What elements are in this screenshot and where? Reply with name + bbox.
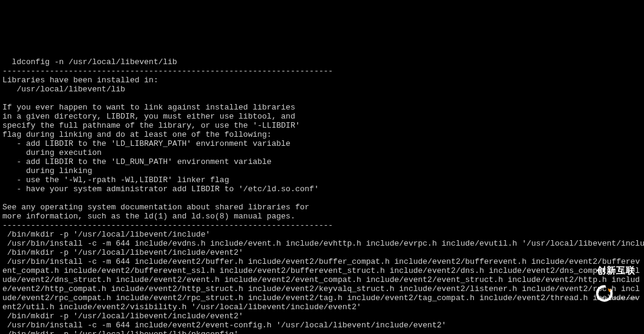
- output-line: ldconfig -n /usr/local/libevent/lib: [2, 57, 177, 67]
- terminal-output: ldconfig -n /usr/local/libevent/lib ----…: [2, 57, 642, 334]
- watermark: 创新互联 www.cdcxhl.com: [577, 247, 637, 321]
- output-line: - add LIBDIR to the 'LD_LIBRARY_PATH' en…: [2, 139, 291, 148]
- output-line: /usr/bin/install -c -m 644 include/evdns…: [2, 239, 644, 248]
- watermark-logo-icon: [577, 276, 594, 293]
- output-line: during linking: [2, 166, 92, 175]
- output-line: ----------------------------------------…: [2, 67, 333, 76]
- output-line: specify the full pathname of the library…: [2, 121, 300, 130]
- output-line: more information, such as the ld(1) and …: [2, 212, 295, 221]
- output-line: /usr/bin/install -c -m 644 include/event…: [2, 321, 446, 330]
- output-line: /bin/mkdir -p '/usr/local/libevent/lib/p…: [2, 330, 238, 334]
- watermark-text: 创新互联: [597, 266, 637, 275]
- output-line: If you ever happen to want to link again…: [2, 103, 295, 112]
- output-line: flag during linking and do at least one …: [2, 130, 272, 139]
- output-line: during execution: [2, 148, 102, 157]
- output-line: in a given directory, LIBDIR, you must e…: [2, 112, 295, 121]
- output-line: /usr/local/libevent/lib: [2, 85, 125, 94]
- output-line: /bin/mkdir -p '/usr/local/libevent/inclu…: [2, 312, 243, 321]
- output-line: ----------------------------------------…: [2, 221, 333, 230]
- output-line: - have your system administrator add LIB…: [2, 185, 319, 194]
- output-line: /bin/mkdir -p '/usr/local/libevent/inclu…: [2, 230, 210, 239]
- output-line: - add LIBDIR to the 'LD_RUN_PATH' enviro…: [2, 157, 272, 166]
- output-line: /bin/mkdir -p '/usr/local/libevent/inclu…: [2, 248, 243, 257]
- output-line-wrapped: /usr/bin/install -c -m 644 include/event…: [2, 257, 642, 312]
- output-line: Libraries have been installed in:: [2, 76, 158, 85]
- output-line: - use the '-Wl,-rpath -Wl,LIBDIR' linker…: [2, 175, 229, 185]
- terminal-window[interactable]: ldconfig -n /usr/local/libevent/lib ----…: [0, 36, 644, 334]
- output-line: See any operating system documentation a…: [2, 203, 309, 212]
